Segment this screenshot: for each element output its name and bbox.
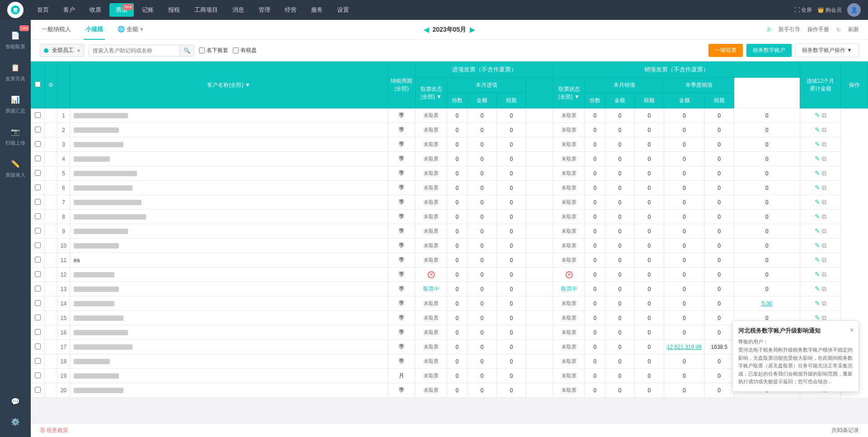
edit-icon[interactable]: ✎: [815, 169, 820, 177]
digital-account-button[interactable]: 税务数字账户: [746, 44, 792, 57]
edit-icon[interactable]: ✎: [815, 198, 820, 206]
notification-close-button[interactable]: ×: [850, 324, 854, 336]
one-click-fetch-button[interactable]: 一键取票: [708, 44, 743, 57]
copy-icon[interactable]: ⧉: [822, 256, 826, 263]
copy-icon[interactable]: ⧉: [822, 141, 826, 148]
nav-receive[interactable]: 收票: [83, 3, 108, 17]
fullscreen-button[interactable]: ⛶ 全屏: [794, 6, 812, 14]
row-checkbox[interactable]: [35, 141, 41, 147]
nav-business[interactable]: 工商项目: [188, 3, 224, 17]
search-input[interactable]: [89, 45, 179, 56]
copy-icon[interactable]: ⧉: [822, 155, 826, 162]
manual-button[interactable]: 操作手册: [807, 26, 829, 33]
checkbox-sub-account[interactable]: 名下账套: [199, 47, 228, 54]
tab-general-taxpayer[interactable]: 一般纳税人: [40, 20, 73, 40]
sidebar-item-summary[interactable]: 📊 票据汇总: [0, 89, 31, 119]
row-checkbox[interactable]: [35, 242, 41, 248]
copy-icon[interactable]: ⧉: [822, 242, 826, 249]
row-checkbox[interactable]: [35, 271, 41, 277]
row-checkbox[interactable]: [35, 387, 41, 393]
out-count: 0: [594, 387, 597, 394]
copy-icon[interactable]: ⧉: [822, 198, 826, 206]
sidebar-settings-icon[interactable]: ⚙️: [7, 414, 24, 430]
tax-disk-checkbox[interactable]: [233, 47, 239, 53]
edit-icon[interactable]: ✎: [815, 126, 820, 133]
nav-manage[interactable]: 管理: [252, 3, 277, 17]
row-checkbox[interactable]: [35, 372, 41, 378]
copy-icon[interactable]: ⧉: [822, 126, 826, 133]
edit-icon[interactable]: ✎: [815, 155, 820, 162]
nav-settings[interactable]: 设置: [331, 3, 355, 17]
guide-button[interactable]: 新手引导: [778, 26, 800, 33]
edit-icon[interactable]: ✎: [815, 184, 820, 191]
edit-icon[interactable]: ✎: [815, 242, 820, 249]
copy-icon[interactable]: ⧉: [822, 213, 826, 220]
row-checkbox[interactable]: [35, 184, 41, 190]
out-count: 0: [594, 243, 597, 249]
employee-select[interactable]: 全部员工 ▾: [40, 44, 84, 57]
select-all-checkbox[interactable]: [35, 81, 41, 87]
member-button[interactable]: 👑 购会员: [817, 6, 842, 14]
edit-icon[interactable]: ✎: [815, 112, 820, 119]
nav-client[interactable]: 客户: [57, 3, 81, 17]
edit-icon[interactable]: ✎: [815, 227, 820, 235]
digital-account-ops-button[interactable]: 税务数字账户操作 ▼: [795, 43, 859, 57]
out-count: 0: [594, 301, 597, 307]
row-checkbox[interactable]: [35, 127, 41, 132]
row-checkbox[interactable]: [35, 228, 41, 234]
row-checkbox[interactable]: [35, 257, 41, 263]
sidebar-item-scan[interactable]: 📷 扫描上传: [0, 121, 31, 151]
row-checkbox[interactable]: [35, 199, 41, 205]
row-checkbox[interactable]: [35, 315, 41, 320]
nav-service[interactable]: 服务: [305, 3, 329, 17]
nav-message[interactable]: 消息: [226, 3, 250, 17]
edit-icon[interactable]: ✎: [815, 141, 820, 148]
row-checkbox[interactable]: [35, 213, 41, 219]
row-checkbox[interactable]: [35, 170, 41, 176]
nav-bookkeeping[interactable]: 记账: [136, 3, 160, 17]
deduct-amount[interactable]: 12,621,319.99: [667, 344, 702, 350]
date-navigation: ◀ 2023年05月 ▶: [424, 25, 476, 34]
avatar[interactable]: 👤: [847, 3, 861, 17]
copy-icon[interactable]: ⧉: [822, 227, 826, 235]
refresh-button[interactable]: 刷新: [848, 26, 859, 33]
copy-icon[interactable]: ⧉: [822, 169, 826, 177]
search-button[interactable]: 🔍: [179, 45, 194, 56]
edit-icon[interactable]: ✎: [815, 300, 820, 307]
employee-dropdown-icon: ▾: [77, 47, 80, 54]
edit-icon[interactable]: ✎: [815, 213, 820, 220]
nav-operation[interactable]: 经营: [278, 3, 303, 17]
date-prev-button[interactable]: ◀: [424, 25, 429, 34]
edit-icon[interactable]: ✎: [815, 285, 820, 292]
sidebar-message-icon[interactable]: 💬: [7, 394, 24, 409]
nav-home[interactable]: 首页: [31, 3, 55, 17]
settings-icon[interactable]: ⚙: [48, 82, 53, 88]
sidebar-label-scan: 扫描上传: [5, 140, 25, 146]
sidebar-item-open-invoice[interactable]: 📋 发票开具: [0, 56, 31, 87]
nav-invoice[interactable]: 票据new: [109, 3, 134, 17]
row-checkbox[interactable]: [35, 112, 41, 118]
edit-icon[interactable]: ✎: [815, 256, 820, 263]
edit-icon[interactable]: ✎: [815, 271, 820, 278]
tab-all[interactable]: 🌐 全能 ▾: [116, 20, 145, 40]
copy-icon[interactable]: ⧉: [822, 112, 826, 119]
row-checkbox[interactable]: [35, 155, 41, 161]
row-checkbox[interactable]: [35, 329, 41, 335]
row-checkbox[interactable]: [35, 358, 41, 364]
cumulative-amount[interactable]: 5.00: [762, 301, 772, 307]
copy-icon[interactable]: ⧉: [822, 285, 826, 292]
copy-icon[interactable]: ⧉: [822, 300, 826, 307]
sidebar-item-entry[interactable]: ✏️ 票据录入: [0, 153, 31, 183]
tax-policy-link[interactable]: ⑧ 税务政策: [40, 427, 68, 434]
row-checkbox[interactable]: [35, 286, 41, 291]
sidebar-item-smart-invoice[interactable]: new 📄 智能取票: [0, 24, 31, 55]
copy-icon[interactable]: ⧉: [822, 271, 826, 278]
copy-icon[interactable]: ⧉: [822, 184, 826, 191]
tab-small-scale[interactable]: 小规模: [84, 20, 105, 40]
date-next-button[interactable]: ▶: [470, 25, 475, 34]
nav-tax[interactable]: 报税: [162, 3, 186, 17]
row-checkbox[interactable]: [35, 300, 41, 306]
row-checkbox[interactable]: [35, 343, 41, 349]
checkbox-tax-disk[interactable]: 有税盘: [233, 47, 257, 54]
sub-account-checkbox[interactable]: [199, 47, 205, 53]
